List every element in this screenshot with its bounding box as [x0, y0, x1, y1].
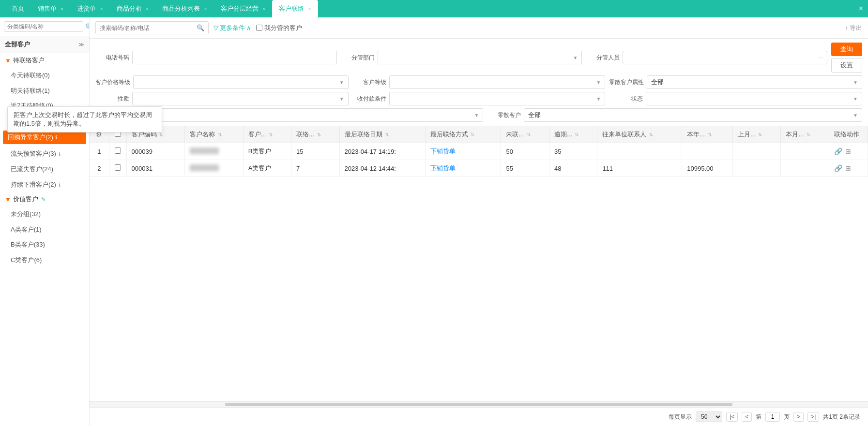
close-tab-analysis-list[interactable]: × [204, 0, 207, 17]
payment-arrow: ▼ [596, 96, 601, 102]
prev-page-btn[interactable]: < [742, 412, 752, 422]
sidebar-item-tomorrow[interactable]: 明天待联络(1) [0, 83, 89, 99]
link-btn-2[interactable]: 🔗 [834, 164, 842, 172]
grid-btn-2[interactable]: ⊞ [845, 164, 851, 172]
sort-uc-icon[interactable]: ⇅ [649, 132, 653, 137]
sidebar-collapse-btn[interactable]: ≫ [78, 42, 84, 48]
row-checkbox-2[interactable] [115, 164, 121, 171]
cell-date-2: 2023-04-12 14:44: [339, 160, 425, 177]
sidebar-search-icon[interactable]: 🔍 [85, 23, 90, 30]
contact-method-link-1[interactable]: 下销货单 [430, 147, 456, 155]
filter-row-3: 性质 ▼ 收付款条件 ▼ 状态 [95, 92, 862, 105]
search-input[interactable] [96, 22, 193, 34]
search-icon[interactable]: 🔍 [193, 22, 208, 34]
nav-tab-customer-segment[interactable]: 客户分层经营 × [214, 0, 272, 17]
row-checkbox-1[interactable] [115, 147, 121, 154]
sidebar-item-rebuy-abnormal[interactable]: 回购异常客户(2) ℹ [3, 131, 86, 144]
cell-overdue-2: 48 [549, 160, 597, 177]
customer-grade-arrow: ▼ [596, 80, 601, 85]
settings-btn[interactable]: 设置 [831, 58, 862, 73]
nav-tab-purchase[interactable]: 进货单 × [70, 0, 109, 17]
sort-ty-icon[interactable]: ⇅ [708, 132, 712, 137]
sort-lm-icon[interactable]: ⇅ [758, 132, 762, 137]
cell-method-1: 下销货单 [425, 143, 501, 160]
close-tab-customer-segment[interactable]: × [262, 0, 265, 17]
sort-method-icon[interactable]: ⇅ [471, 132, 474, 137]
scrollbar-thumb[interactable] [225, 403, 732, 406]
close-tab-sales[interactable]: × [61, 0, 63, 17]
phone-input[interactable] [132, 51, 337, 64]
close-tab-customer-contact[interactable]: × [308, 0, 311, 17]
filter-icon: ▽ [213, 24, 218, 31]
price-grade-select[interactable]: ▼ [133, 75, 349, 89]
first-page-btn[interactable]: |< [726, 412, 738, 422]
sort-contact-icon[interactable]: ⇅ [317, 132, 321, 137]
nav-tab-sales[interactable]: 销售单 × [31, 0, 70, 17]
nav-tab-analysis-list[interactable]: 商品分析列表 × [155, 0, 213, 17]
last-page-btn[interactable]: >| [807, 412, 819, 422]
page-size-select[interactable]: 50 20 100 [696, 411, 722, 422]
sort-overdue-icon[interactable]: ⇅ [575, 132, 579, 137]
th-contact: 联络... ⇅ [291, 126, 339, 143]
retail-customer-select[interactable]: 全部 ▼ [524, 108, 862, 122]
close-tab-purchase[interactable]: × [100, 0, 103, 17]
filter-row-1: 电话号码 分管部门 ▼ 分管人员 ··· [95, 43, 862, 73]
person-select[interactable]: ··· [623, 51, 827, 64]
close-window-btn[interactable]: × [859, 4, 863, 13]
tooltip-box: 距客户上次交易时长，超过了此客户的平均交易周期的1.5倍，则视为异常。 [7, 106, 162, 132]
dept-select[interactable]: ▼ [378, 51, 582, 64]
retail-attr-select[interactable]: 全部 ▼ [647, 75, 862, 89]
close-tab-analysis[interactable]: × [146, 0, 149, 17]
sidebar-item-a-class[interactable]: A类客户(1) [0, 222, 89, 237]
customer-grade-select[interactable]: ▼ [389, 75, 606, 89]
info-icon: ℹ [55, 134, 57, 141]
next-page-btn[interactable]: > [793, 412, 804, 422]
sidebar-group-value[interactable]: ▼ 价值客户 ✎ [0, 192, 89, 206]
sidebar-item-b-class[interactable]: B类客户(33) [0, 237, 89, 252]
nav-tab-analysis[interactable]: 商品分析 × [110, 0, 155, 17]
cell-tm-1 [781, 143, 829, 160]
edit-value-group-btn[interactable]: ✎ [41, 196, 46, 203]
cell-lm-2 [732, 160, 780, 177]
my-customer-checkbox[interactable] [256, 25, 262, 31]
nav-tab-home[interactable]: 首页 [5, 0, 31, 17]
status-select[interactable]: ▼ [646, 92, 862, 105]
gender-select[interactable]: ▼ [132, 92, 349, 105]
sidebar-group-pending[interactable]: ▼ 待联络客户 [0, 53, 89, 68]
sort-nc-icon[interactable]: ⇅ [527, 132, 531, 137]
customer-type-select[interactable]: ▼ [145, 108, 484, 122]
sidebar-item-churned[interactable]: 已流失客户(24) [0, 162, 89, 177]
sidebar-item-ungrouped[interactable]: 未分组(32) [0, 206, 89, 222]
grid-btn-1[interactable]: ⊞ [845, 147, 851, 155]
sidebar: 🔍 全部客户 ≫ ▼ 待联络客户 今天待联络(0) 明天待联络(1) 近7天待联… [0, 17, 90, 426]
contact-method-link-2[interactable]: 下销货单 [430, 164, 456, 172]
all-customers-label: 全部客户 [5, 40, 30, 49]
sidebar-item-declining[interactable]: 持续下滑客户(2) ℹ [0, 177, 89, 192]
th-not-contacted: 未联... ⇅ [501, 126, 549, 143]
sort-date-icon[interactable]: ⇅ [385, 132, 389, 137]
sidebar-item-today[interactable]: 今天待联络(0) [0, 68, 89, 83]
export-btn[interactable]: ↑ 导出 [845, 24, 863, 32]
row-action-1: 🔗 ⊞ [834, 147, 863, 155]
sort-tm-icon[interactable]: ⇅ [807, 132, 810, 137]
th-this-month: 本月... ⇅ [781, 126, 829, 143]
th-unit-contact: 往来单位联系人 ⇅ [597, 126, 682, 143]
th-last-contact-method: 最后联络方式 ⇅ [425, 126, 501, 143]
sort-type-icon[interactable]: ⇅ [269, 132, 273, 137]
sort-code-icon[interactable]: ⇅ [159, 132, 163, 137]
all-customers-header[interactable]: 全部客户 ≫ [0, 36, 89, 53]
nav-tab-customer-contact[interactable]: 客户联络 × [272, 0, 318, 17]
query-btn[interactable]: 查询 [831, 43, 862, 56]
sidebar-item-c-class[interactable]: C类客户(6) [0, 252, 89, 268]
horizontal-scrollbar[interactable] [90, 401, 868, 407]
toolbar: 🔍 ▽ 更多条件 ∧ 我分管的客户 ↑ 导出 [90, 17, 868, 39]
link-btn-1[interactable]: 🔗 [834, 147, 842, 155]
sort-name-icon[interactable]: ⇅ [218, 132, 222, 137]
payment-select[interactable]: ▼ [389, 92, 606, 105]
page-input[interactable] [765, 412, 780, 422]
th-action: 联络动作 [829, 126, 868, 143]
sidebar-item-churn-warning[interactable]: 流失预警客户(3) ℹ [0, 146, 89, 162]
more-filter-btn[interactable]: ▽ 更多条件 ∧ [213, 24, 251, 32]
sidebar-search-input[interactable] [4, 21, 83, 32]
price-grade-arrow: ▼ [339, 80, 344, 85]
